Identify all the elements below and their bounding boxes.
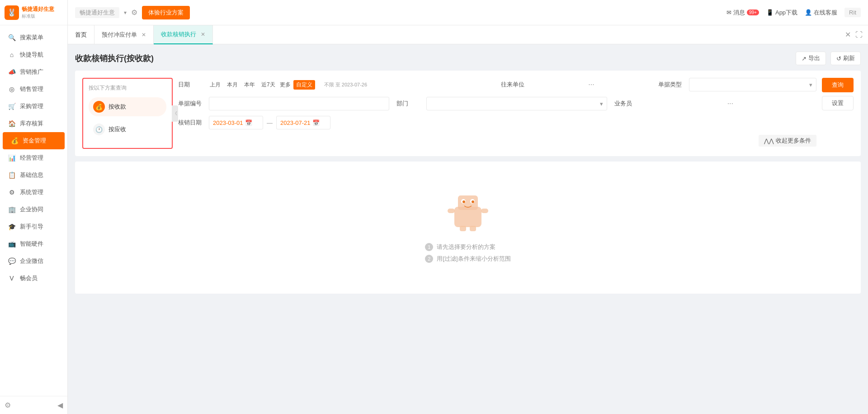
tab-label-receipt-writeoff: 收款核销执行 (161, 30, 196, 38)
sidebar-settings-icon[interactable]: ⚙ (5, 401, 11, 409)
staff-input[interactable]: ··· (644, 100, 816, 108)
writeoff-date-label: 核销日期 (178, 119, 202, 127)
date-shortcut-last-month[interactable]: 上月 (208, 80, 222, 90)
export-icon: ↗ (802, 55, 807, 62)
tab-close-icon[interactable]: ✕ (845, 30, 851, 39)
topbar-right: ✉ 消息 99+ 📱 App下载 👤 在线客服 Rit (726, 8, 861, 17)
smart-hw-icon: 📺 (7, 240, 16, 247)
tabbar-actions: ✕ ⛶ (845, 30, 868, 39)
filter-left-panel: 按以下方案查询 💰 按收款 🕐 按应收 《 (82, 78, 173, 149)
date-shortcut-this-year[interactable]: 本年 (242, 80, 257, 90)
date-shortcuts: 上月 本月 本年 近7天 更多 自定义 (208, 80, 315, 90)
staff-label: 业务员 (614, 100, 637, 108)
dept-label: 部门 (396, 100, 419, 108)
collapse-conditions-row: ⋀⋀ 收起更多条件 (178, 135, 816, 147)
sidebar-item-inventory[interactable]: 🏠 库存核算 (0, 115, 67, 132)
finance-icon: 💰 (10, 137, 19, 144)
doc-type-select[interactable]: ▾ (689, 78, 816, 91)
writeoff-date-end-input[interactable]: 2023-07-21 📅 (276, 116, 330, 129)
svg-rect-6 (460, 226, 466, 231)
date-shortcut-this-month[interactable]: 本月 (225, 80, 240, 90)
sidebar-item-sales[interactable]: ◎ 销售管理 (0, 81, 67, 98)
sidebar-item-beginner[interactable]: 🎓 新手引导 (0, 218, 67, 235)
writeoff-end-text: 2023-07-21 (280, 119, 311, 126)
sidebar-item-quick-nav[interactable]: ⌂ 快捷导航 (0, 46, 67, 63)
basic-info-icon: 📋 (7, 171, 16, 179)
tab-home[interactable]: 首页 (68, 25, 94, 44)
sidebar-item-search-menu[interactable]: 🔍 搜索菜单 (0, 29, 67, 46)
by-receipt-icon: 💰 (93, 101, 105, 113)
filter-row-3: 核销日期 2023-03-01 📅 — 2023-07-21 📅 (178, 116, 816, 129)
date-range-dash: — (267, 119, 273, 126)
sidebar-item-operation[interactable]: 📊 经营管理 (0, 149, 67, 167)
sidebar-item-enterprise[interactable]: 🏢 企业协同 (0, 201, 67, 218)
sidebar-item-vip[interactable]: V 畅会员 (0, 270, 67, 287)
sidebar-collapse-icon[interactable]: ◀ (57, 401, 63, 409)
topbar-dropdown-icon[interactable]: ▾ (124, 10, 127, 16)
filter-right-panel: 日期 上月 本月 本年 近7天 更多 自定义 不限 至 2023-07-26 (178, 78, 816, 149)
sidebar-item-smart-hw[interactable]: 📺 智能硬件 (0, 235, 67, 252)
tab-maximize-icon[interactable]: ⛶ (855, 31, 863, 39)
empty-state: 1 请先选择要分析的方案 2 用[过滤]条件来缩小分析范围 (75, 162, 861, 294)
sidebar-item-finance[interactable]: 💰 资金管理 (3, 132, 65, 149)
writeoff-end-calendar-icon: 📅 (312, 119, 320, 126)
beginner-icon: 🎓 (7, 223, 16, 230)
svg-point-5 (472, 200, 474, 203)
logo-icon: 🐰 (5, 5, 19, 20)
doc-number-label: 单据编号 (178, 100, 202, 108)
export-button[interactable]: ↗ 导出 (796, 52, 826, 65)
logo-text: 畅捷通好生意 标准版 (22, 6, 54, 19)
tab-close-prepay[interactable]: ✕ (142, 32, 146, 38)
inventory-icon: 🏠 (7, 120, 16, 127)
topbar-gear-icon[interactable]: ⚙ (131, 8, 137, 17)
writeoff-date-range: 2023-03-01 📅 — 2023-07-21 📅 (209, 116, 330, 129)
user-profile[interactable]: Rit (844, 8, 861, 17)
sales-icon: ◎ (7, 86, 16, 93)
date-shortcut-custom[interactable]: 自定义 (293, 80, 315, 90)
online-service-button[interactable]: 👤 在线客服 (805, 9, 837, 17)
date-shortcut-more[interactable]: 更多 (280, 81, 291, 89)
service-icon: 👤 (805, 9, 812, 16)
search-menu-icon: 🔍 (7, 34, 16, 41)
sidebar-item-marketing[interactable]: 📣 营销推广 (0, 63, 67, 81)
sidebar-item-wechat[interactable]: 💬 企业微信 (0, 252, 67, 270)
tip-number-2: 2 (425, 255, 433, 263)
partner-input[interactable]: ··· (532, 81, 651, 89)
page-content: 收款核销执行(按收款) ↗ 导出 ↺ 刷新 按以下方案查询 💰 按收款 (68, 44, 868, 414)
date-label: 日期 (178, 81, 201, 89)
sidebar-item-purchase[interactable]: 🛒 采购管理 (0, 98, 67, 115)
writeoff-date-start-input[interactable]: 2023-03-01 📅 (209, 116, 263, 129)
svg-rect-9 (481, 209, 488, 213)
quick-nav-icon: ⌂ (7, 51, 16, 58)
sidebar-item-basic-info[interactable]: 📋 基础信息 (0, 167, 67, 184)
date-no-limit: 不限 至 2023-07-26 (324, 81, 367, 88)
query-actions: 查询 设置 (822, 78, 854, 149)
doc-number-input[interactable] (209, 97, 389, 110)
sidebar-item-system[interactable]: ⚙ 系统管理 (0, 184, 67, 201)
filter-option-by-receipt[interactable]: 💰 按收款 (89, 97, 166, 116)
by-receivable-label: 按应收 (108, 125, 126, 133)
app-icon: 📱 (766, 9, 774, 16)
sidebar-logo: 🐰 畅捷通好生意 标准版 (0, 0, 67, 25)
settings-button[interactable]: 设置 (822, 96, 854, 110)
refresh-button[interactable]: ↺ 刷新 (830, 52, 861, 65)
tab-prepay[interactable]: 预付冲应付单✕ (94, 25, 154, 44)
solution-button[interactable]: 体验行业方案 (142, 6, 190, 19)
page-header-actions: ↗ 导出 ↺ 刷新 (796, 52, 861, 65)
filter-collapse-button[interactable]: 《 (172, 105, 178, 122)
date-shortcut-7days[interactable]: 近7天 (259, 80, 277, 90)
vip-icon: V (7, 275, 16, 282)
dept-select[interactable]: ▾ (426, 97, 607, 110)
app-download-button[interactable]: 📱 App下载 (766, 9, 797, 17)
svg-rect-1 (458, 195, 478, 210)
query-button[interactable]: 查询 (822, 78, 854, 92)
doc-type-chevron-icon: ▾ (809, 81, 812, 88)
tab-receipt-writeoff[interactable]: 收款核销执行✕ (154, 25, 213, 44)
collapse-conditions-button[interactable]: ⋀⋀ 收起更多条件 (759, 135, 816, 147)
tab-close-receipt-writeoff[interactable]: ✕ (201, 31, 205, 38)
filter-option-by-receivable[interactable]: 🕐 按应收 (89, 120, 166, 139)
filter-container: 按以下方案查询 💰 按收款 🕐 按应收 《 日期 上月 (75, 71, 861, 156)
refresh-icon: ↺ (836, 55, 841, 62)
operation-icon: 📊 (7, 154, 16, 162)
messages-button[interactable]: ✉ 消息 99+ (726, 9, 759, 17)
